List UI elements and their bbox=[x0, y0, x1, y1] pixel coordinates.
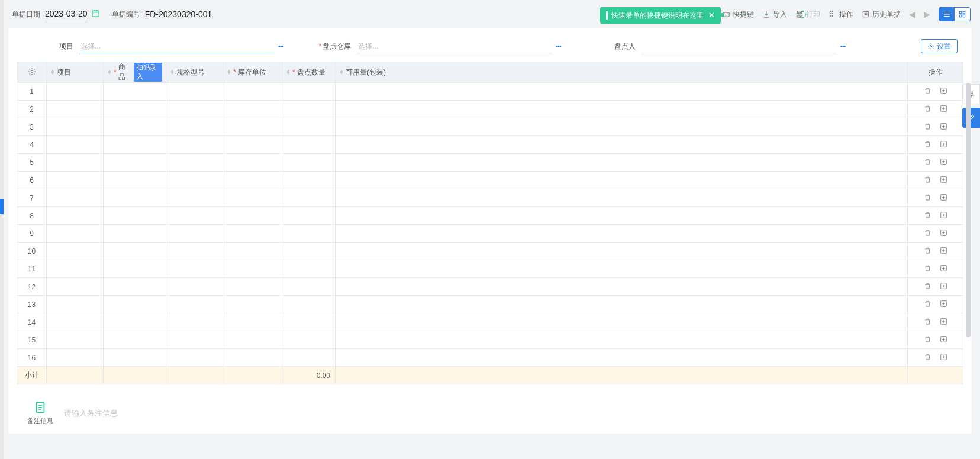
calendar-icon[interactable] bbox=[91, 9, 100, 20]
delete-icon[interactable] bbox=[924, 247, 931, 256]
row-number: 10 bbox=[17, 243, 47, 260]
table-row[interactable]: 11 bbox=[17, 260, 963, 278]
gear-header[interactable] bbox=[17, 62, 47, 83]
row-number: 6 bbox=[17, 172, 47, 189]
doc-value: FD-20230320-001 bbox=[145, 9, 212, 19]
shortcut-button[interactable]: 快捷键 bbox=[722, 9, 754, 20]
add-row-icon[interactable] bbox=[940, 353, 947, 363]
table-row[interactable]: 1 bbox=[17, 83, 963, 101]
add-row-icon[interactable] bbox=[940, 229, 947, 238]
project-input[interactable] bbox=[79, 39, 275, 53]
table-row[interactable]: 14 bbox=[17, 313, 963, 331]
next-arrow-icon[interactable]: ▶ bbox=[924, 9, 930, 19]
add-row-icon[interactable] bbox=[940, 300, 947, 309]
table-row[interactable]: 12 bbox=[17, 278, 963, 296]
row-number: 9 bbox=[17, 225, 47, 243]
add-row-icon[interactable] bbox=[940, 318, 947, 327]
add-row-icon[interactable] bbox=[940, 247, 947, 256]
remark-icon: 备注信息 bbox=[27, 401, 53, 425]
add-row-icon[interactable] bbox=[940, 211, 947, 221]
row-number: 11 bbox=[17, 260, 47, 278]
add-row-icon[interactable] bbox=[940, 140, 947, 150]
delete-icon[interactable] bbox=[924, 211, 931, 221]
svg-rect-8 bbox=[959, 15, 962, 17]
row-number: 7 bbox=[17, 189, 47, 207]
date-value[interactable]: 2023-03-20 bbox=[45, 9, 88, 20]
row-number: 14 bbox=[17, 313, 47, 331]
remark-input[interactable] bbox=[64, 409, 953, 418]
col-avail[interactable]: ▲▼可用量(包装) bbox=[336, 62, 908, 83]
delete-icon[interactable] bbox=[924, 87, 931, 96]
add-row-icon[interactable] bbox=[940, 335, 947, 345]
delete-icon[interactable] bbox=[924, 105, 931, 114]
date-label: 单据日期 bbox=[12, 9, 40, 20]
delete-icon[interactable] bbox=[924, 193, 931, 203]
delete-icon[interactable] bbox=[924, 158, 931, 167]
add-row-icon[interactable] bbox=[940, 176, 947, 185]
row-number: 12 bbox=[17, 278, 47, 296]
scan-chip[interactable]: 扫码录入 bbox=[134, 63, 162, 82]
delete-icon[interactable] bbox=[924, 229, 931, 238]
table-row[interactable]: 15 bbox=[17, 331, 963, 349]
history-button[interactable]: 历史单据 bbox=[862, 9, 901, 20]
table-row[interactable]: 7 bbox=[17, 189, 963, 207]
svg-rect-7 bbox=[963, 11, 965, 14]
delete-icon[interactable] bbox=[924, 122, 931, 132]
add-row-icon[interactable] bbox=[940, 282, 947, 292]
svg-rect-0 bbox=[92, 11, 99, 17]
add-row-icon[interactable] bbox=[940, 158, 947, 167]
close-icon[interactable]: ✕ bbox=[708, 7, 715, 24]
row-number: 1 bbox=[17, 83, 47, 101]
prev-arrow-icon[interactable]: ◀ bbox=[909, 9, 915, 19]
delete-icon[interactable] bbox=[924, 353, 931, 363]
svg-rect-1 bbox=[723, 12, 730, 17]
table-row[interactable]: 13 bbox=[17, 296, 963, 313]
table-row[interactable]: 4 bbox=[17, 136, 963, 154]
delete-icon[interactable] bbox=[924, 318, 931, 327]
list-view-icon[interactable] bbox=[939, 8, 955, 21]
scrollbar[interactable] bbox=[965, 83, 972, 375]
person-input[interactable] bbox=[641, 39, 837, 53]
delete-icon[interactable] bbox=[924, 264, 931, 274]
grid-view-icon[interactable] bbox=[955, 8, 970, 21]
delete-icon[interactable] bbox=[924, 140, 931, 150]
shortcut-tip: 快速录单的快捷键说明在这里 ✕ bbox=[600, 7, 721, 24]
table-row[interactable]: 2 bbox=[17, 101, 963, 118]
add-row-icon[interactable] bbox=[940, 87, 947, 96]
delete-icon[interactable] bbox=[924, 282, 931, 292]
add-row-icon[interactable] bbox=[940, 264, 947, 274]
settings-button[interactable]: 设置 bbox=[921, 39, 958, 53]
row-number: 8 bbox=[17, 207, 47, 225]
table-row[interactable]: 6 bbox=[17, 172, 963, 189]
add-row-icon[interactable] bbox=[940, 105, 947, 114]
print-button[interactable]: 打印 bbox=[795, 9, 820, 20]
table-row[interactable]: 9 bbox=[17, 225, 963, 243]
table-row[interactable]: 10 bbox=[17, 243, 963, 260]
warehouse-input[interactable] bbox=[357, 39, 552, 53]
table-row[interactable]: 8 bbox=[17, 207, 963, 225]
project-more-icon[interactable]: ••• bbox=[278, 43, 283, 50]
col-product[interactable]: ▲▼*商品扫码录入 bbox=[104, 62, 166, 83]
delete-icon[interactable] bbox=[924, 335, 931, 345]
table-row[interactable]: 3 bbox=[17, 118, 963, 136]
subtotal-row: 小计 0.00 bbox=[17, 367, 963, 384]
col-qty[interactable]: ▲▼*盘点数量 bbox=[282, 62, 336, 83]
add-row-icon[interactable] bbox=[940, 122, 947, 132]
ops-button[interactable]: ⠿ 操作 bbox=[829, 9, 853, 20]
tip-text: 快速录单的快捷键说明在这里 bbox=[611, 7, 704, 24]
view-toggle[interactable] bbox=[939, 7, 971, 21]
warehouse-more-icon[interactable]: ••• bbox=[556, 43, 561, 50]
svg-point-10 bbox=[930, 46, 932, 47]
person-more-icon[interactable]: ••• bbox=[840, 43, 846, 50]
delete-icon[interactable] bbox=[924, 176, 931, 185]
row-number: 15 bbox=[17, 331, 47, 349]
import-button[interactable]: 导入 bbox=[762, 9, 787, 20]
col-spec[interactable]: ▲▼规格型号 bbox=[166, 62, 223, 83]
table-row[interactable]: 5 bbox=[17, 154, 963, 172]
add-row-icon[interactable] bbox=[940, 193, 947, 203]
col-project[interactable]: ▲▼项目 bbox=[47, 62, 104, 83]
svg-rect-6 bbox=[959, 11, 962, 14]
delete-icon[interactable] bbox=[924, 300, 931, 309]
table-row[interactable]: 16 bbox=[17, 349, 963, 367]
col-unit[interactable]: ▲▼*库存单位 bbox=[223, 62, 282, 83]
